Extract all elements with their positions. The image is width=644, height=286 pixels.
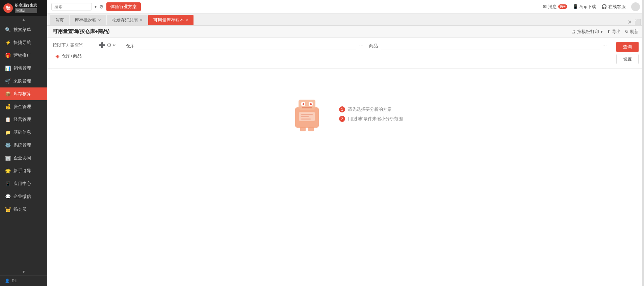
- sidebar-item-app-center[interactable]: 📱 应用中心: [0, 177, 47, 190]
- sidebar-item-operation[interactable]: 📋 经营管理: [0, 113, 47, 126]
- quick-nav-icon: ⚡: [5, 40, 11, 45]
- tab-close-batch-account[interactable]: ✕: [98, 18, 101, 23]
- scheme-settings-icon[interactable]: ⚙: [107, 42, 111, 48]
- print-icon: 🖨: [571, 29, 576, 34]
- wechat-icon: 💬: [5, 194, 11, 199]
- filter-area: 按以下方案查询 ➕ ⚙ « ◉ 仓库+商品 仓库 ···: [47, 38, 644, 69]
- sidebar-item-enterprise[interactable]: 🏢 企业协同: [0, 152, 47, 164]
- marketing-icon: 🎁: [5, 53, 11, 58]
- sidebar-item-wechat[interactable]: 💬 企业微信: [0, 190, 47, 203]
- main-area: ▾ ⚙ 体验行业方案 ✉ 消息 99+ 📱 App下载 🎧 在线客服 首页: [47, 0, 644, 286]
- operation-icon: 📋: [5, 117, 11, 122]
- hint-num-2: 2: [339, 116, 345, 122]
- industry-solution-button[interactable]: 体验行业方案: [106, 2, 141, 11]
- filter-sidebar: 按以下方案查询 ➕ ⚙ « ◉ 仓库+商品: [53, 42, 120, 64]
- product-more-icon[interactable]: ···: [602, 43, 607, 49]
- content-area: 可用量查询(按仓库+商品) 🖨 按模板打印 ▾ ⬆ 导出 ↻ 刷新: [47, 26, 644, 286]
- warehouse-label: 仓库: [126, 43, 134, 49]
- sidebar-items: 🔍 搜索菜单 ⚡ 快捷导航 🎁 营销推广 📊 销售管理 🛒 采购管理 📦 库存核…: [0, 23, 47, 268]
- basic-icon: 📁: [5, 130, 11, 135]
- user-icon: 👤: [5, 279, 10, 283]
- topbar-dropdown[interactable]: ▾: [95, 4, 97, 9]
- sidebar-item-quick-nav[interactable]: ⚡ 快捷导航: [0, 36, 47, 49]
- svg-rect-12: [308, 127, 314, 131]
- svg-rect-11: [300, 127, 306, 131]
- sidebar-item-purchase[interactable]: 🛒 采购管理: [0, 75, 47, 87]
- sidebar: 畅 畅康通好生意 标准版 ▲ 🔍 搜索菜单 ⚡ 快捷导航 🎁 营销推广 📊 销售…: [0, 0, 47, 286]
- svg-rect-10: [301, 119, 311, 120]
- tab-close-window-icon[interactable]: ✕: [627, 19, 632, 25]
- empty-state-inner: 1 请先选择要分析的方案 2 用[过滤]条件来缩小分析范围: [288, 96, 403, 133]
- sidebar-item-search[interactable]: 🔍 搜索菜单: [0, 23, 47, 36]
- page-actions: 🖨 按模板打印 ▾ ⬆ 导出 ↻ 刷新: [571, 29, 639, 35]
- svg-rect-4: [303, 103, 304, 105]
- tab-maximize-icon[interactable]: ⬜: [635, 19, 641, 25]
- member-icon: 👑: [5, 207, 11, 212]
- sidebar-item-system[interactable]: ⚙️ 系统管理: [0, 139, 47, 152]
- settings-button[interactable]: 设置: [616, 54, 639, 64]
- collapse-icon[interactable]: «: [113, 42, 116, 48]
- product-label: 商品: [369, 43, 378, 49]
- purchase-icon: 🛒: [5, 78, 11, 84]
- sidebar-header: 畅 畅康通好生意 标准版: [0, 0, 47, 16]
- export-icon: ⬆: [607, 29, 611, 34]
- warehouse-input[interactable]: [137, 42, 356, 50]
- print-dropdown-icon: ▾: [600, 29, 603, 34]
- add-scheme-icon[interactable]: ➕: [99, 42, 105, 48]
- svg-rect-9: [301, 116, 309, 117]
- newbie-icon: 🌟: [5, 168, 11, 174]
- sidebar-scroll-up[interactable]: ▲: [0, 16, 47, 23]
- product-input[interactable]: [381, 42, 600, 50]
- scheme-item-icon: ◉: [55, 53, 59, 59]
- action-col: 查询 设置: [612, 42, 639, 64]
- warehouse-more-icon[interactable]: ···: [359, 43, 363, 49]
- refresh-button[interactable]: ↻ 刷新: [625, 29, 639, 35]
- sidebar-item-newbie[interactable]: 🌟 新手引导: [0, 164, 47, 177]
- tab-home[interactable]: 首页: [50, 15, 69, 25]
- svg-rect-5: [310, 103, 312, 105]
- search-icon: 🔍: [5, 27, 11, 32]
- sidebar-item-inventory[interactable]: 📦 库存核算: [0, 87, 47, 100]
- sidebar-item-member[interactable]: 👑 畅会员: [0, 203, 47, 216]
- query-button[interactable]: 查询: [616, 42, 639, 52]
- tab-close-receipt-summary[interactable]: ✕: [139, 18, 143, 23]
- svg-rect-8: [301, 114, 313, 115]
- sidebar-scroll-down[interactable]: ▼: [0, 268, 47, 276]
- filter-sidebar-actions: ➕ ⚙ «: [99, 42, 116, 48]
- tab-receipt-summary[interactable]: 收发存汇总表 ✕: [107, 15, 148, 25]
- headset-icon: 🎧: [601, 4, 607, 9]
- avatar[interactable]: [631, 2, 640, 11]
- app-download-button[interactable]: 📱 App下载: [573, 4, 596, 10]
- export-button[interactable]: ⬆ 导出: [607, 29, 621, 35]
- sidebar-footer: 👤 Rit: [0, 276, 47, 286]
- filter-sidebar-header: 按以下方案查询 ➕ ⚙ «: [53, 42, 116, 48]
- search-input[interactable]: [51, 3, 92, 10]
- filter-main: 仓库 ··· 商品 ··· 查询 设置: [120, 42, 639, 64]
- enterprise-icon: 🏢: [5, 155, 11, 161]
- tab-batch-account[interactable]: 库存批次账 ✕: [70, 15, 106, 25]
- sidebar-item-marketing[interactable]: 🎁 营销推广: [0, 49, 47, 62]
- sidebar-item-finance[interactable]: 💰 资金管理: [0, 100, 47, 113]
- app-center-icon: 📱: [5, 181, 11, 186]
- messages-button[interactable]: ✉ 消息 99+: [543, 4, 567, 10]
- finance-icon: 💰: [5, 104, 11, 109]
- tab-available-ledger[interactable]: 可用量库存账本 ✕: [148, 15, 194, 25]
- sidebar-item-sales[interactable]: 📊 销售管理: [0, 62, 47, 75]
- page-header: 可用量查询(按仓库+商品) 🖨 按模板打印 ▾ ⬆ 导出 ↻ 刷新: [47, 26, 644, 38]
- hint-num-1: 1: [339, 106, 345, 112]
- filter-field-warehouse: 仓库 ···: [126, 42, 364, 50]
- messages-badge: 99+: [558, 4, 567, 9]
- print-button[interactable]: 🖨 按模板打印 ▾: [571, 29, 603, 35]
- dropdown-arrow-icon: ▾: [95, 4, 97, 9]
- logo-icon: 畅: [3, 3, 13, 13]
- empty-hints: 1 请先选择要分析的方案 2 用[过滤]条件来缩小分析范围: [339, 106, 403, 122]
- sidebar-item-basic[interactable]: 📁 基础信息: [0, 126, 47, 139]
- filter-scheme-item[interactable]: ◉ 仓库+商品: [53, 51, 116, 61]
- refresh-icon: ↻: [625, 29, 628, 34]
- right-scrollbar[interactable]: [642, 0, 644, 286]
- tab-close-available-ledger[interactable]: ✕: [185, 18, 188, 23]
- gear-icon[interactable]: ⚙: [99, 4, 104, 9]
- messages-icon: ✉: [543, 4, 547, 9]
- hint-row-1: 1 请先选择要分析的方案: [339, 106, 403, 112]
- online-service-button[interactable]: 🎧 在线客服: [601, 4, 626, 10]
